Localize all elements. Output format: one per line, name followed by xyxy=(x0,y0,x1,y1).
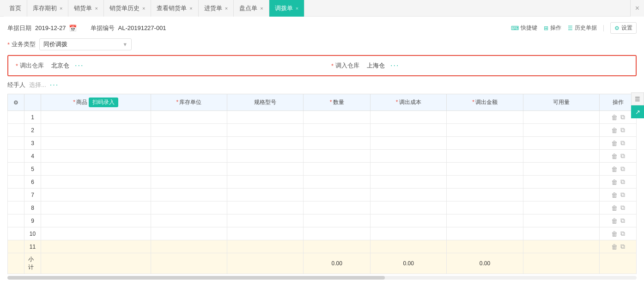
warehouse-out-more-button[interactable]: ··· xyxy=(75,61,84,70)
cell-product-8[interactable] xyxy=(41,201,151,214)
cell-spec-6[interactable] xyxy=(227,176,304,189)
cell-qty-2[interactable] xyxy=(304,124,371,137)
cell-qty-4[interactable] xyxy=(304,150,371,163)
cell-unit-11[interactable] xyxy=(151,240,227,253)
cell-product-9[interactable] xyxy=(41,214,151,227)
cell-product-4[interactable] xyxy=(41,150,151,163)
cell-amount-7[interactable] xyxy=(447,189,523,201)
cell-cost-11[interactable] xyxy=(371,240,447,253)
cell-amount-11[interactable] xyxy=(447,240,523,253)
cell-amount-10[interactable] xyxy=(447,227,523,240)
cell-available-2[interactable] xyxy=(523,124,599,137)
cell-cost-4[interactable] xyxy=(371,150,447,163)
cell-spec-2[interactable] xyxy=(227,124,304,137)
delete-row-icon-4[interactable]: 🗑 xyxy=(611,153,618,160)
shortcut-button[interactable]: ⌨ 快捷键 xyxy=(511,24,537,32)
cell-available-10[interactable] xyxy=(523,227,599,240)
tab-view-sales[interactable]: 查看销货单 × xyxy=(151,0,198,17)
copy-row-icon-9[interactable]: ⧉ xyxy=(620,217,625,225)
cell-spec-5[interactable] xyxy=(227,163,304,176)
cell-qty-11[interactable] xyxy=(304,240,371,253)
cell-amount-3[interactable] xyxy=(447,137,523,150)
right-float-list-button[interactable]: ☰ xyxy=(631,92,644,105)
cell-qty-10[interactable] xyxy=(304,227,371,240)
copy-row-icon-8[interactable]: ⧉ xyxy=(620,204,625,212)
copy-row-icon-7[interactable]: ⧉ xyxy=(620,191,625,199)
cell-unit-7[interactable] xyxy=(151,189,227,201)
cell-qty-6[interactable] xyxy=(304,176,371,189)
cell-cost-8[interactable] xyxy=(371,201,447,214)
delete-row-icon-11[interactable]: 🗑 xyxy=(611,243,618,250)
delete-row-icon-9[interactable]: 🗑 xyxy=(611,217,618,225)
cell-amount-9[interactable] xyxy=(447,214,523,227)
close-tab-sales-order[interactable]: × xyxy=(95,6,97,11)
cell-amount-2[interactable] xyxy=(447,124,523,137)
copy-row-icon-11[interactable]: ⧉ xyxy=(620,243,625,250)
cell-qty-9[interactable] xyxy=(304,214,371,227)
cell-unit-8[interactable] xyxy=(151,201,227,214)
cell-available-7[interactable] xyxy=(523,189,599,201)
cell-product-3[interactable] xyxy=(41,137,151,150)
cell-qty-3[interactable] xyxy=(304,137,371,150)
cell-available-5[interactable] xyxy=(523,163,599,176)
cell-available-4[interactable] xyxy=(523,150,599,163)
warehouse-in-more-button[interactable]: ··· xyxy=(390,61,399,70)
copy-row-icon-3[interactable]: ⧉ xyxy=(620,139,625,147)
cell-unit-5[interactable] xyxy=(151,163,227,176)
copy-row-icon-4[interactable]: ⧉ xyxy=(620,152,625,160)
cell-product-7[interactable] xyxy=(41,189,151,201)
delete-row-icon-7[interactable]: 🗑 xyxy=(611,191,618,199)
calendar-icon[interactable]: 📅 xyxy=(69,24,77,32)
doc-date-field[interactable]: 2019-12-27 📅 xyxy=(35,24,77,32)
cell-qty-1[interactable] xyxy=(304,111,371,124)
cell-qty-5[interactable] xyxy=(304,163,371,176)
delete-row-icon-5[interactable]: 🗑 xyxy=(611,165,618,173)
cell-spec-8[interactable] xyxy=(227,201,304,214)
delete-row-icon-2[interactable]: 🗑 xyxy=(611,127,618,134)
cell-amount-5[interactable] xyxy=(447,163,523,176)
cell-qty-7[interactable] xyxy=(304,189,371,201)
cell-spec-1[interactable] xyxy=(227,111,304,124)
close-tab-transfer[interactable]: × xyxy=(296,6,298,11)
ops-button[interactable]: ⊞ 操作 xyxy=(544,24,561,32)
cell-product-6[interactable] xyxy=(41,176,151,189)
cell-product-1[interactable] xyxy=(41,111,151,124)
cell-amount-6[interactable] xyxy=(447,176,523,189)
close-all-tabs-button[interactable]: × xyxy=(630,0,644,17)
cell-available-1[interactable] xyxy=(523,111,599,124)
cell-unit-4[interactable] xyxy=(151,150,227,163)
tab-purchase[interactable]: 进货单 × xyxy=(199,0,234,17)
copy-row-icon-10[interactable]: ⧉ xyxy=(620,230,625,238)
cell-available-3[interactable] xyxy=(523,137,599,150)
cell-product-10[interactable] xyxy=(41,227,151,240)
tab-sales-history[interactable]: 销货单历史 × xyxy=(104,0,151,17)
copy-row-icon-2[interactable]: ⧉ xyxy=(620,126,625,134)
delete-row-icon-10[interactable]: 🗑 xyxy=(611,230,618,238)
th-settings[interactable]: ⚙ xyxy=(8,94,24,111)
cell-cost-7[interactable] xyxy=(371,189,447,201)
cell-product-2[interactable] xyxy=(41,124,151,137)
cell-qty-8[interactable] xyxy=(304,201,371,214)
cell-cost-2[interactable] xyxy=(371,124,447,137)
cell-spec-3[interactable] xyxy=(227,137,304,150)
manager-more-button[interactable]: ··· xyxy=(50,81,59,89)
tab-stocktake[interactable]: 盘点单 × xyxy=(234,0,269,17)
copy-row-icon-1[interactable]: ⧉ xyxy=(620,113,625,121)
business-type-dropdown[interactable]: 同价调拨 ▼ xyxy=(39,38,132,50)
cell-unit-10[interactable] xyxy=(151,227,227,240)
close-tab-purchase[interactable]: × xyxy=(225,6,228,11)
cell-spec-9[interactable] xyxy=(227,214,304,227)
cell-unit-1[interactable] xyxy=(151,111,227,124)
cell-spec-11[interactable] xyxy=(227,240,304,253)
copy-row-icon-6[interactable]: ⧉ xyxy=(620,178,625,186)
cell-amount-1[interactable] xyxy=(447,111,523,124)
delete-row-icon-1[interactable]: 🗑 xyxy=(611,114,618,121)
cell-product-5[interactable] xyxy=(41,163,151,176)
tab-inventory-init[interactable]: 库存期初 × xyxy=(27,0,68,17)
delete-row-icon-6[interactable]: 🗑 xyxy=(611,178,618,186)
cell-unit-9[interactable] xyxy=(151,214,227,227)
cell-cost-10[interactable] xyxy=(371,227,447,240)
delete-row-icon-3[interactable]: 🗑 xyxy=(611,140,618,147)
cell-cost-3[interactable] xyxy=(371,137,447,150)
close-tab-sales-history[interactable]: × xyxy=(142,6,145,11)
